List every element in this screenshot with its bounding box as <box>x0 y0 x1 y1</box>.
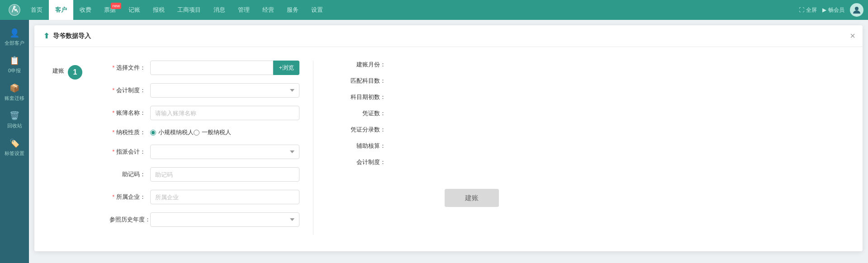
main-content: ⬆ 导爷数据导入 × 建账 1 选择文件： <box>29 20 868 263</box>
left-form: 选择文件： +浏览 会计制度： <box>109 61 299 235</box>
tax-type-small-label: 小规模纳税人 <box>158 128 194 136</box>
memo-code-row: 助记码： <box>109 167 299 182</box>
build-month-label: 建账月份： <box>345 61 386 69</box>
accountant-row: 指派会计： <box>109 145 299 159</box>
recycle-bin-icon: 🗑️ <box>9 111 19 121</box>
svg-point-2 <box>855 7 859 10</box>
accounting-system-row: 会计制度： <box>109 83 299 98</box>
fullscreen-icon: ⛶ <box>799 7 804 13</box>
memo-code-label: 助记码： <box>109 170 146 178</box>
voucher-entries-row: 凭证分录数： <box>345 126 499 134</box>
build-month-row: 建账月份： <box>345 61 499 69</box>
fullscreen-button[interactable]: ⛶ 全屏 <box>799 6 817 14</box>
tax-type-small-radio[interactable] <box>150 130 156 136</box>
nav-tax[interactable]: 报税 <box>147 0 171 20</box>
ledger-name-label: 账簿名称： <box>109 109 146 117</box>
file-input[interactable] <box>150 61 273 75</box>
nav-manage[interactable]: 管理 <box>232 0 256 20</box>
tax-type-label: 纳税性质： <box>109 128 146 136</box>
nav-operation[interactable]: 经营 <box>256 0 280 20</box>
history-year-label: 参照历史年度： <box>109 216 146 224</box>
tax-type-general-label: 一般纳税人 <box>202 128 231 136</box>
file-row: 选择文件： +浏览 <box>109 61 299 75</box>
right-accounting-system-label: 会计制度： <box>345 158 386 166</box>
accounting-system-select[interactable] <box>150 83 299 98</box>
browse-button[interactable]: +浏览 <box>273 61 299 75</box>
nav-bookkeep[interactable]: 记账 <box>122 0 147 20</box>
right-form: 建账月份： 匹配科目数： 科目期初数： 凭证数： <box>345 61 499 235</box>
sidebar-item-account-migration[interactable]: 📦 账套迁移 <box>1 80 28 105</box>
tag-settings-icon: 🏷️ <box>9 138 19 148</box>
sidebar-item-tag-settings[interactable]: 🏷️ 标签设置 <box>1 135 28 160</box>
new-badge: new <box>111 3 121 9</box>
accounting-system-label: 会计制度： <box>109 86 146 94</box>
nav-settings[interactable]: 设置 <box>305 0 329 20</box>
tax-type-radio-group: 小规模纳税人 一般纳税人 <box>150 128 299 136</box>
nav-fee[interactable]: 收费 <box>73 0 98 20</box>
vertical-divider <box>313 61 313 235</box>
nav-home[interactable]: 首页 <box>24 0 49 20</box>
nav-service[interactable]: 服务 <box>280 0 305 20</box>
sidebar-item-label-all-customers: 全部客户 <box>5 40 24 47</box>
fullscreen-label: 全屏 <box>806 6 817 14</box>
tax-type-small[interactable]: 小规模纳税人 <box>150 128 186 136</box>
company-row: 所属企业： <box>109 190 299 204</box>
all-customers-icon: 👤 <box>9 28 19 38</box>
ledger-name-input[interactable] <box>150 106 299 120</box>
company-label: 所属企业： <box>109 193 146 201</box>
sidebar-item-label-account-migration: 账套迁移 <box>5 95 24 102</box>
match-subjects-row: 匹配科目数： <box>345 77 499 85</box>
file-label: 选择文件： <box>109 64 146 72</box>
voucher-entries-label: 凭证分录数： <box>345 126 386 134</box>
nav-right: ⛶ 全屏 ▶ 畅会员 <box>799 3 863 17</box>
member-button[interactable]: ▶ 畅会员 <box>822 6 844 14</box>
nav-customer[interactable]: 客户 <box>49 0 73 20</box>
step-label: 建账 <box>52 65 64 75</box>
right-accounting-system-row: 会计制度： <box>345 158 499 166</box>
sidebar-item-recycle-bin[interactable]: 🗑️ 回收站 <box>1 107 28 133</box>
top-nav: 首页 客户 收费 票据 new 记账 报税 工商项目 消息 管理 经营 服务 设… <box>0 0 868 20</box>
voucher-count-label: 凭证数： <box>345 109 386 117</box>
tax-type-general-radio[interactable] <box>194 130 199 136</box>
step-circle: 1 <box>68 65 82 80</box>
build-account-button[interactable]: 建账 <box>445 189 499 207</box>
accountant-select[interactable] <box>150 145 299 159</box>
company-input[interactable] <box>150 190 299 204</box>
sidebar-item-label-recycle-bin: 回收站 <box>7 122 22 129</box>
voucher-count-row: 凭证数： <box>345 109 499 117</box>
account-migration-icon: 📦 <box>9 83 19 93</box>
form-area: 建账 1 选择文件： +浏览 会计制度： <box>34 47 863 249</box>
modal-close-button[interactable]: × <box>850 31 855 41</box>
modal-header: ⬆ 导爷数据导入 × <box>34 25 863 47</box>
upload-icon: ⬆ <box>43 32 49 40</box>
modal-panel: ⬆ 导爷数据导入 × 建账 1 选择文件： <box>34 25 863 251</box>
step-section: 建账 1 <box>52 61 82 235</box>
svg-point-1 <box>13 5 15 8</box>
sidebar-item-zero-declaration[interactable]: 📋 0申报 <box>1 52 28 78</box>
nav-biz[interactable]: 工商项目 <box>171 0 207 20</box>
ledger-name-row: 账簿名称： <box>109 106 299 120</box>
nav-invoice[interactable]: 票据 new <box>98 0 122 20</box>
member-label: 畅会员 <box>828 6 844 14</box>
member-icon: ▶ <box>822 7 826 13</box>
memo-code-input[interactable] <box>150 167 299 182</box>
sidebar-item-all-customers[interactable]: 👤 全部客户 <box>1 24 28 50</box>
match-subjects-label: 匹配科目数： <box>345 77 386 85</box>
nav-items: 首页 客户 收费 票据 new 记账 报税 工商项目 消息 管理 经营 服务 设… <box>24 0 799 20</box>
user-avatar[interactable] <box>850 3 863 17</box>
history-year-row: 参照历史年度： <box>109 212 299 227</box>
history-year-select[interactable] <box>150 212 299 227</box>
nav-message[interactable]: 消息 <box>207 0 232 20</box>
app-logo[interactable] <box>5 0 24 20</box>
tax-type-general[interactable]: 一般纳税人 <box>194 128 230 136</box>
file-input-group: +浏览 <box>150 61 299 75</box>
sidebar-item-label-zero-declaration: 0申报 <box>8 67 21 74</box>
zero-declaration-icon: 📋 <box>9 56 19 66</box>
tax-type-row: 纳税性质： 小规模纳税人 一般纳税人 <box>109 128 299 136</box>
modal-title: 导爷数据导入 <box>53 32 91 40</box>
sidebar-item-label-tag-settings: 标签设置 <box>5 150 24 157</box>
initial-subjects-row: 科目期初数： <box>345 93 499 101</box>
sidebar: 👤 全部客户 📋 0申报 📦 账套迁移 🗑️ 回收站 🏷️ 标签设置 <box>0 20 29 263</box>
aux-accounting-row: 辅助核算： <box>345 142 499 150</box>
initial-subjects-label: 科目期初数： <box>345 93 386 101</box>
